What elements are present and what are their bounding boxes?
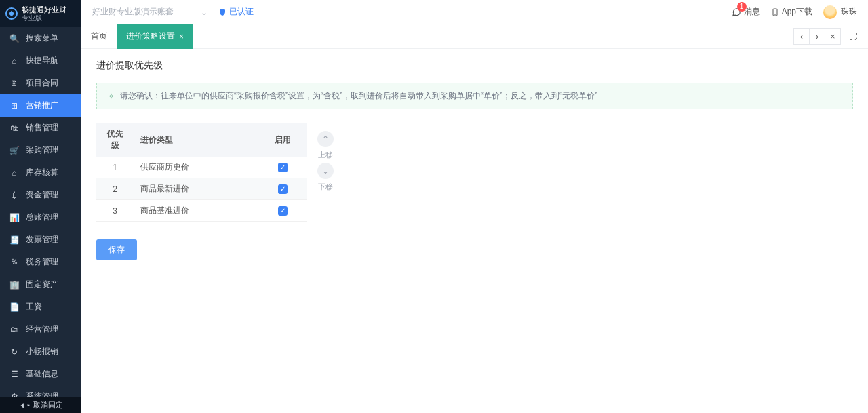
chevron-right-icon: › [816,32,818,41]
sidebar-item-icon: ⚙ [9,392,19,397]
content: 进价提取优先级 ✧ 请您确认：往来单位中的供应商“采购报价含税”设置，为“含税”… [81,49,868,413]
table-row[interactable]: 1供应商历史价✓ [96,157,307,178]
sidebar-item-13[interactable]: 🗂经营管理 [0,318,81,340]
sidebar-item-icon: ％ [9,256,19,268]
cell-enable: ✓ [259,200,307,222]
save-button[interactable]: 保存 [96,239,137,260]
sidebar-item-label: 工资 [26,301,42,313]
sidebar-item-14[interactable]: ↻小畅报销 [0,340,81,363]
move-up-button[interactable]: ⌃ [317,131,334,147]
fullscreen-icon: ⛶ [849,32,857,41]
main: 好业财专业版演示账套 ⌄ 已认证 消息 1 [81,0,868,413]
sidebar-item-label: 系统管理 [26,391,58,397]
avatar [823,5,837,19]
chevron-down-icon: ⌄ [201,7,208,17]
cell-priority: 2 [96,178,134,200]
brand: 畅捷通好业财 专业版 [0,0,81,27]
enable-checkbox[interactable]: ✓ [278,184,288,194]
account-selector[interactable]: 好业财专业版演示账套 ⌄ [92,6,208,18]
move-down-button[interactable]: ⌄ [317,163,334,179]
cell-priority: 1 [96,157,134,178]
close-icon: × [830,32,835,41]
sidebar-item-label: 销售管理 [26,122,58,134]
enable-checkbox[interactable]: ✓ [278,163,288,172]
user-menu[interactable]: 珠珠 [823,5,857,19]
sidebar-item-icon: 🛍 [9,123,19,133]
sidebar-item-12[interactable]: 📄工资 [0,296,81,318]
shield-icon [218,8,226,16]
tab-close-icon[interactable]: × [179,32,184,41]
pin-label: 取消固定 [33,400,63,410]
pin-icon: ⏴▸ [19,401,31,409]
sidebar-item-icon: 🗎 [9,79,19,88]
sidebar-item-15[interactable]: ☰基础信息 [0,363,81,385]
sidebar-item-icon: ⊞ [9,101,19,111]
verify-badge[interactable]: 已认证 [218,6,254,18]
sidebar-item-label: 资金管理 [26,189,58,201]
sidebar-item-icon: ☰ [9,370,19,379]
table-row[interactable]: 2商品最新进价✓ [96,178,307,200]
move-up-label: 上移 [318,150,333,160]
brand-logo-icon [5,7,18,20]
phone-icon [771,7,779,17]
sidebar-item-label: 经营管理 [26,323,58,335]
info-banner: ✧ 请您确认：往来单位中的供应商“采购报价含税”设置，为“含税”，取到进价后将自… [96,83,853,109]
user-name: 珠珠 [841,6,857,18]
app-download-link[interactable]: App下载 [771,6,812,18]
info-icon: ✧ [108,92,115,101]
account-name: 好业财专业版演示账套 [92,6,174,18]
tabs-next-button[interactable]: › [809,28,825,45]
messages-button[interactable]: 消息 1 [732,6,760,18]
sidebar-item-label: 小畅报销 [26,346,58,357]
sidebar-item-11[interactable]: 🏢固定资产 [0,273,81,296]
sidebar-item-9[interactable]: 🧾发票管理 [0,229,81,251]
tab-home-label: 首页 [91,31,107,42]
sidebar-item-5[interactable]: 🛒采购管理 [0,139,81,161]
app-download-label: App下载 [782,6,812,18]
brand-edition: 专业版 [22,14,66,22]
messages-badge: 1 [737,2,747,12]
sidebar-item-16[interactable]: ⚙系统管理 [0,385,81,397]
sidebar-item-label: 税务管理 [26,256,58,268]
sidebar-item-label: 营销推广 [26,100,58,111]
priority-table: 优先级 进价类型 启用 1供应商历史价✓2商品最新进价✓3商品基准进价✓ [96,123,307,222]
sidebar-item-2[interactable]: 🗎项目合同 [0,72,81,94]
brand-name: 畅捷通好业财 [22,5,66,14]
tab-active-label: 进价策略设置 [126,31,175,42]
chevron-down-icon: ⌄ [322,166,329,176]
sidebar-item-8[interactable]: 📊总账管理 [0,206,81,229]
enable-checkbox[interactable]: ✓ [278,206,288,216]
sidebar-item-label: 固定资产 [26,279,58,290]
sidebar-item-3[interactable]: ⊞营销推广 [0,94,81,117]
sidebar-item-icon: ₿ [9,191,19,200]
move-controls: ⌃ 上移 ⌄ 下移 [317,131,334,192]
topbar: 好业财专业版演示账套 ⌄ 已认证 消息 1 [81,0,868,24]
pin-toggle[interactable]: ⏴▸ 取消固定 [0,397,81,413]
chevron-left-icon: ‹ [800,32,803,41]
sidebar-item-7[interactable]: ₿资金管理 [0,184,81,206]
chevron-up-icon: ⌃ [322,134,329,144]
verify-text: 已认证 [229,6,254,18]
tabs-close-button[interactable]: × [825,28,841,45]
sidebar-item-icon: ⌂ [9,56,19,66]
tabs-prev-button[interactable]: ‹ [793,28,810,45]
table-row[interactable]: 3商品基准进价✓ [96,200,307,222]
sidebar-item-1[interactable]: ⌂快捷导航 [0,50,81,72]
tab-home[interactable]: 首页 [81,24,117,49]
sidebar-item-icon: ⌂ [9,168,19,178]
tab-active[interactable]: 进价策略设置 × [117,24,193,49]
sidebar-item-icon: 🛒 [9,146,19,155]
sidebar: 畅捷通好业财 专业版 🔍搜索菜单⌂快捷导航🗎项目合同⊞营销推广🛍销售管理🛒采购管… [0,0,81,413]
sidebar-item-4[interactable]: 🛍销售管理 [0,117,81,139]
col-priority: 优先级 [96,123,134,157]
sidebar-item-6[interactable]: ⌂库存核算 [0,161,81,184]
move-down-label: 下移 [318,182,333,192]
cell-priority: 3 [96,200,134,222]
fullscreen-button[interactable]: ⛶ [845,28,861,45]
info-text: 请您确认：往来单位中的供应商“采购报价含税”设置，为“含税”，取到进价后将自动带… [120,90,597,102]
cell-enable: ✓ [259,157,307,178]
sidebar-item-10[interactable]: ％税务管理 [0,251,81,273]
sidebar-item-0[interactable]: 🔍搜索菜单 [0,27,81,50]
sidebar-item-icon: ↻ [9,347,19,357]
col-enable: 启用 [259,123,307,157]
